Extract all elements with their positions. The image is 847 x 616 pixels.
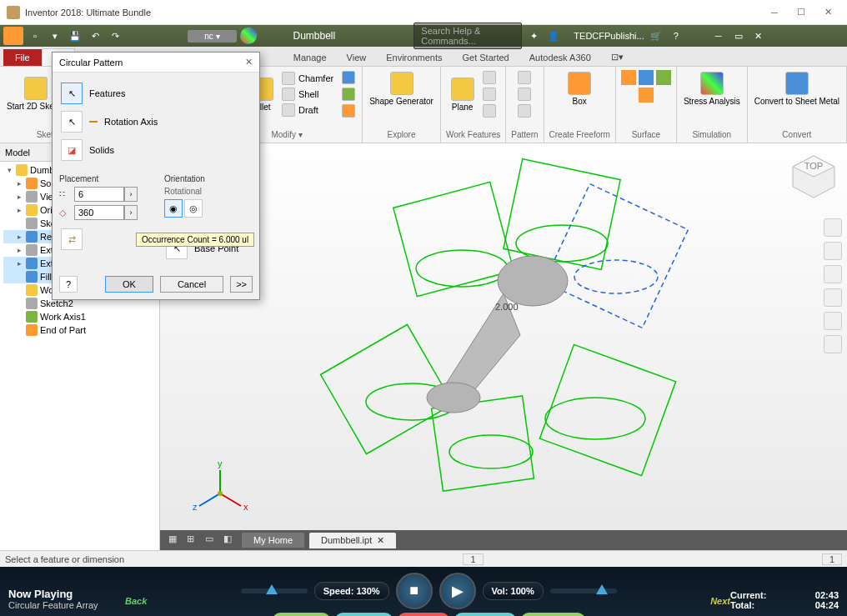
shell-button[interactable]: Shell — [280, 87, 335, 102]
tab-close-icon[interactable]: ✕ — [377, 535, 384, 546]
expand-icon[interactable] — [15, 326, 23, 334]
expand-icon[interactable]: ▸ — [15, 259, 23, 268]
inner-restore-icon[interactable]: ▭ — [730, 28, 747, 44]
expand-icon[interactable] — [15, 273, 23, 281]
flip-direction-button[interactable]: ⇄ — [61, 228, 83, 250]
tree-item-work-axis1[interactable]: Work Axis1 — [3, 310, 156, 323]
history-button[interactable]: History — [273, 613, 331, 617]
rect-pattern-button[interactable] — [516, 70, 533, 85]
tree-item-end-of-part[interactable]: End of Part — [3, 323, 156, 337]
expand-icon[interactable] — [15, 313, 23, 321]
expand-icon[interactable]: ▸ — [15, 179, 23, 188]
expand-button[interactable]: >> — [230, 276, 253, 293]
next-button[interactable]: Next — [710, 593, 730, 607]
expand-icon[interactable]: ▸ — [15, 193, 23, 201]
chamfer-button[interactable]: Chamfer — [280, 71, 335, 86]
nav-steering-wheel-icon[interactable] — [824, 242, 842, 260]
expand-icon[interactable] — [15, 299, 23, 308]
support-button[interactable]: Support — [454, 613, 516, 617]
modify-2-button[interactable] — [340, 87, 357, 102]
expand-icon[interactable] — [15, 286, 23, 294]
nav-zoom-icon[interactable] — [824, 288, 842, 307]
tab-environments[interactable]: Environments — [376, 49, 452, 66]
surf-1-icon[interactable] — [621, 70, 636, 85]
tab-document[interactable]: Dumbbell.ipt✕ — [309, 533, 396, 548]
color-sphere-icon[interactable] — [240, 28, 257, 44]
orientation-rotational-button[interactable]: ◉ — [164, 199, 183, 218]
tab-manage[interactable]: Manage — [283, 49, 337, 66]
select-features-button[interactable]: ↖ — [61, 83, 83, 104]
view-mode-2-icon[interactable]: ⊞ — [187, 533, 200, 547]
orientation-fixed-button[interactable]: ◎ — [184, 199, 203, 218]
shape-generator-button[interactable]: Shape Generator — [368, 70, 435, 108]
select-axis-button[interactable]: ↖ — [61, 111, 83, 133]
circ-pattern-button[interactable] — [516, 87, 533, 102]
lessons-button[interactable]: Lessons — [521, 613, 585, 617]
qat-save-icon[interactable]: 💾 — [67, 28, 83, 44]
dialog-help-button[interactable]: ? — [59, 276, 78, 293]
convert-sheet-metal-button[interactable]: Convert to Sheet Metal — [753, 70, 841, 108]
box-button[interactable]: Box — [566, 70, 593, 108]
tab-get-started[interactable]: Get Started — [452, 49, 519, 66]
qat-open-icon[interactable]: ▾ — [47, 28, 63, 44]
mirror-button[interactable] — [516, 103, 533, 118]
cancel-button[interactable]: Cancel — [160, 276, 223, 293]
user-label[interactable]: TEDCFPublishi... — [574, 31, 644, 41]
expand-icon[interactable]: ▸ — [15, 246, 23, 254]
view-cube[interactable]: TOP — [789, 152, 839, 202]
pointer-icon[interactable]: ✦ — [525, 28, 542, 44]
tab-my-home[interactable]: My Home — [242, 533, 304, 548]
stop-button[interactable]: ■ — [396, 573, 433, 609]
play-button[interactable]: ▶ — [439, 573, 476, 609]
angle-input[interactable] — [74, 205, 124, 220]
minimize-button[interactable]: ─ — [762, 3, 787, 23]
expand-icon[interactable]: ▸ — [15, 206, 23, 214]
surf-2-icon[interactable] — [639, 70, 654, 85]
appearance-dropdown[interactable]: nc ▾ — [188, 30, 236, 43]
app-menu-icon[interactable] — [3, 27, 23, 45]
view-mode-3-icon[interactable]: ▭ — [205, 533, 218, 547]
tab-file[interactable]: File — [3, 49, 42, 66]
point-button[interactable] — [481, 87, 498, 102]
nav-lookat-icon[interactable] — [824, 335, 842, 353]
stress-analysis-button[interactable]: Stress Analysis — [682, 70, 742, 108]
count-spinner[interactable]: › — [124, 187, 138, 202]
inner-close-icon[interactable]: ✕ — [750, 28, 767, 44]
nav-orbit-icon[interactable] — [824, 312, 842, 330]
plane-button[interactable]: Plane — [449, 76, 476, 113]
search-button[interactable]: Search — [335, 613, 393, 617]
tab-view[interactable]: View — [337, 49, 377, 66]
surf-6-icon[interactable] — [656, 88, 671, 103]
user-icon[interactable]: 👤 — [545, 28, 562, 44]
surf-4-icon[interactable] — [621, 88, 636, 103]
tab-a360[interactable]: Autodesk A360 — [519, 49, 601, 66]
dialog-close-icon[interactable]: ✕ — [245, 57, 253, 68]
help-search-input[interactable]: Search Help & Commands... — [413, 23, 522, 49]
back-button[interactable]: Back — [125, 593, 147, 607]
maximize-button[interactable]: ☐ — [789, 3, 814, 23]
volume-scrub[interactable] — [550, 588, 617, 593]
view-mode-4-icon[interactable]: ◧ — [223, 533, 237, 547]
tab-extra[interactable]: ⊡▾ — [601, 48, 634, 66]
angle-spinner[interactable]: › — [124, 205, 138, 220]
dialog-header[interactable]: Circular Pattern ✕ — [53, 53, 259, 73]
qat-new-icon[interactable]: ▫ — [27, 28, 43, 44]
surf-5-icon[interactable] — [639, 88, 654, 103]
viewport-canvas[interactable]: 2.000 x y z TOP ▦ ⊞ ▭ ◧ My Home — [160, 143, 847, 550]
speed-scrub[interactable] — [241, 588, 308, 593]
nav-home-icon[interactable] — [824, 218, 842, 237]
select-solids-button[interactable]: ◪ — [61, 139, 83, 161]
draft-button[interactable]: Draft — [280, 103, 335, 118]
help-icon[interactable]: ? — [668, 28, 684, 44]
expand-icon[interactable] — [15, 219, 23, 228]
expand-icon[interactable]: ▾ — [5, 166, 13, 174]
occurrence-count-input[interactable] — [74, 187, 124, 202]
axis-button[interactable] — [481, 70, 498, 85]
reset-button[interactable]: Reset — [398, 613, 449, 617]
qat-redo-icon[interactable]: ↷ — [107, 28, 123, 44]
ok-button[interactable]: OK — [105, 276, 153, 293]
nav-pan-icon[interactable] — [824, 265, 842, 283]
modify-1-button[interactable] — [340, 70, 357, 85]
close-button[interactable]: ✕ — [815, 3, 840, 23]
inner-minimize-icon[interactable]: ─ — [710, 28, 727, 44]
